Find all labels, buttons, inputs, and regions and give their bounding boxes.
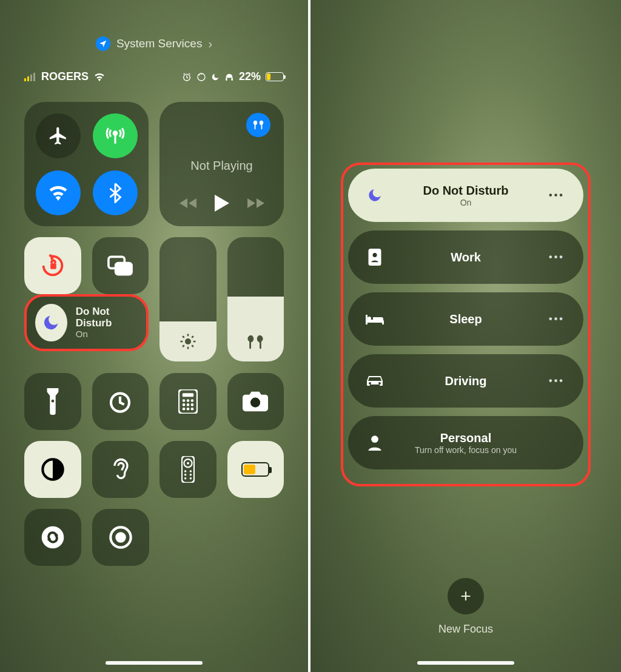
rewind-icon[interactable] bbox=[180, 197, 199, 210]
bed-icon bbox=[364, 312, 386, 326]
focus-mode-list: Do Not Disturb On ••• Work ••• Sleep •••… bbox=[341, 163, 591, 486]
svg-rect-11 bbox=[116, 263, 132, 275]
timer-button[interactable] bbox=[92, 373, 149, 430]
focus-tile-state: On bbox=[76, 329, 138, 339]
screen-mirroring-icon bbox=[107, 255, 133, 277]
focus-item-work[interactable]: Work ••• bbox=[348, 230, 583, 284]
ear-icon bbox=[110, 457, 130, 482]
svg-rect-7 bbox=[231, 78, 233, 81]
home-indicator[interactable] bbox=[417, 661, 514, 665]
dark-mode-button[interactable] bbox=[24, 441, 81, 498]
shazam-icon bbox=[41, 525, 65, 549]
svg-point-31 bbox=[189, 470, 192, 472]
shazam-button[interactable] bbox=[24, 509, 81, 566]
focus-tile[interactable]: Do Not Disturb On bbox=[24, 294, 149, 351]
svg-point-30 bbox=[184, 470, 187, 472]
airplane-mode-toggle[interactable] bbox=[36, 113, 81, 158]
svg-point-25 bbox=[250, 398, 260, 408]
carrier-label: ROGERS bbox=[41, 70, 89, 83]
forward-icon[interactable] bbox=[245, 197, 264, 210]
low-power-mode-button[interactable] bbox=[227, 441, 284, 498]
svg-point-8 bbox=[113, 131, 117, 135]
screen-recording-button[interactable] bbox=[92, 509, 149, 566]
svg-point-34 bbox=[184, 477, 187, 480]
badge-icon bbox=[364, 249, 386, 266]
wifi-toggle[interactable] bbox=[36, 170, 81, 215]
svg-point-40 bbox=[373, 253, 377, 257]
orientation-lock-button[interactable] bbox=[24, 237, 81, 294]
calculator-icon bbox=[178, 389, 198, 414]
svg-point-18 bbox=[190, 399, 193, 402]
cellular-data-toggle[interactable] bbox=[93, 113, 138, 158]
focus-item-more-button[interactable]: ••• bbox=[546, 252, 568, 263]
new-focus[interactable]: + New Focus bbox=[310, 578, 621, 636]
focus-tile-label: Do Not Disturb bbox=[76, 306, 138, 329]
screen-mirroring-button[interactable] bbox=[92, 237, 149, 294]
wifi-icon bbox=[93, 73, 106, 81]
svg-point-19 bbox=[183, 403, 186, 406]
svg-point-24 bbox=[190, 408, 193, 411]
hearing-button[interactable] bbox=[92, 441, 149, 498]
orientation-lock-icon bbox=[39, 252, 67, 280]
connectivity-module bbox=[24, 102, 149, 226]
system-services-pill[interactable]: System Services › bbox=[96, 36, 212, 51]
wifi-icon bbox=[47, 185, 69, 201]
remote-icon bbox=[181, 456, 195, 483]
moon-icon bbox=[364, 187, 386, 203]
focus-item-more-button[interactable]: ••• bbox=[546, 375, 568, 386]
car-icon bbox=[364, 374, 386, 388]
flashlight-icon bbox=[45, 388, 61, 415]
svg-point-20 bbox=[186, 403, 189, 406]
home-indicator[interactable] bbox=[106, 661, 203, 665]
svg-point-41 bbox=[371, 435, 378, 443]
airpods-icon bbox=[252, 119, 265, 131]
focus-item-more-button[interactable]: ••• bbox=[546, 190, 568, 201]
chevron-right-icon: › bbox=[208, 37, 212, 51]
audio-output-button[interactable] bbox=[246, 113, 270, 137]
airplane-icon bbox=[48, 126, 69, 146]
focus-item-driving[interactable]: Driving ••• bbox=[348, 354, 583, 408]
focus-item-label: Driving bbox=[386, 374, 546, 388]
apple-tv-remote-button[interactable] bbox=[159, 441, 217, 498]
battery-percent-label: 22% bbox=[239, 70, 261, 83]
person-icon bbox=[364, 435, 386, 451]
svg-point-22 bbox=[183, 408, 186, 411]
focus-item-do-not-disturb[interactable]: Do Not Disturb On ••• bbox=[348, 169, 583, 222]
volume-slider[interactable] bbox=[227, 237, 284, 361]
svg-point-35 bbox=[189, 477, 192, 480]
bluetooth-toggle[interactable] bbox=[93, 170, 138, 215]
calculator-button[interactable] bbox=[159, 373, 217, 430]
headphones-status-icon bbox=[224, 72, 234, 82]
svg-point-16 bbox=[183, 399, 186, 402]
focus-item-label: Sleep bbox=[386, 312, 546, 326]
record-icon bbox=[109, 525, 133, 549]
focus-item-label: Personal bbox=[386, 431, 546, 445]
svg-rect-15 bbox=[183, 393, 193, 397]
cellular-signal-icon bbox=[24, 73, 36, 81]
camera-button[interactable] bbox=[227, 373, 284, 430]
flashlight-button[interactable] bbox=[24, 373, 81, 430]
focus-item-label: Work bbox=[386, 250, 546, 264]
timer-icon bbox=[108, 389, 132, 414]
svg-point-21 bbox=[190, 403, 193, 406]
bluetooth-icon bbox=[109, 183, 122, 203]
brightness-slider[interactable] bbox=[159, 237, 217, 361]
status-bar: ROGERS 22% bbox=[24, 70, 284, 83]
svg-point-38 bbox=[116, 533, 124, 541]
battery-icon bbox=[266, 72, 284, 81]
media-module[interactable]: Not Playing bbox=[159, 102, 284, 226]
focus-item-sleep[interactable]: Sleep ••• bbox=[348, 292, 583, 346]
focus-item-label: Do Not Disturb bbox=[386, 184, 546, 198]
focus-item-personal[interactable]: Personal Turn off work, focus on you ••• bbox=[348, 416, 583, 469]
airpods-icon bbox=[227, 334, 284, 351]
svg-rect-9 bbox=[50, 263, 56, 269]
focus-item-more-button[interactable]: ••• bbox=[546, 314, 568, 324]
moon-status-icon bbox=[211, 73, 220, 81]
alarm-icon bbox=[182, 72, 192, 82]
play-button[interactable] bbox=[215, 195, 229, 212]
svg-rect-1 bbox=[27, 76, 29, 81]
svg-rect-3 bbox=[33, 73, 35, 81]
antenna-icon bbox=[105, 126, 126, 146]
svg-point-29 bbox=[187, 462, 189, 465]
svg-point-36 bbox=[42, 526, 64, 549]
